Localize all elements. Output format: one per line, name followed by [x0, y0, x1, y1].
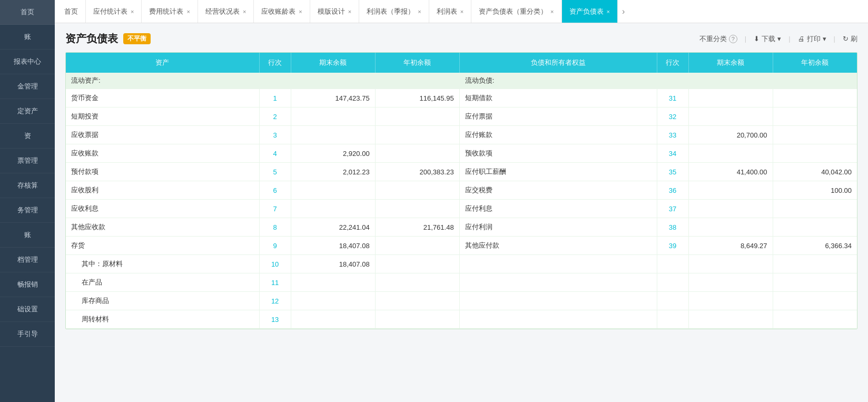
- right-end-balance: [688, 181, 773, 200]
- right-start-balance: [773, 292, 857, 310]
- tab-balance-reclassify[interactable]: 资产负债表（重分类） ×: [471, 0, 561, 23]
- tab-operations[interactable]: 经营状况表 ×: [198, 0, 254, 23]
- section-right-label: 流动负债:: [459, 73, 657, 89]
- close-tab-balance[interactable]: ×: [607, 8, 610, 15]
- left-end-balance: [291, 310, 375, 329]
- tab-profit-quarterly[interactable]: 利润表（季报） ×: [359, 0, 429, 23]
- right-label: 应付利润: [459, 218, 657, 237]
- right-label: 应付职工薪酬: [459, 163, 657, 181]
- sidebar-item-home[interactable]: 首页: [0, 0, 55, 25]
- sidebar-item-fixed-assets[interactable]: 定资产: [0, 99, 55, 124]
- right-start-balance: [773, 273, 857, 292]
- left-row-num: 10: [259, 255, 291, 273]
- left-label: 应收账款: [66, 144, 259, 163]
- right-end-balance: [688, 89, 773, 107]
- close-tab-operations[interactable]: ×: [243, 8, 246, 15]
- right-start-balance: [773, 255, 857, 273]
- page-actions: 不重分类 ? | ⬇ 下载 ▾ | 🖨 打印 ▾ | ↻ 刷: [699, 34, 857, 44]
- tab-template[interactable]: 模版设计 ×: [310, 0, 359, 23]
- right-label: 应付利息: [459, 200, 657, 218]
- balance-sheet-table-wrap: 资产 行次 期末余额 年初余额 负债和所有者权益 行次 期末余额 年初余额 流动…: [65, 52, 857, 329]
- right-row-num: 32: [657, 107, 688, 126]
- tab-home[interactable]: 首页: [57, 0, 86, 23]
- tab-balance[interactable]: 资产负债表 ×: [562, 0, 618, 23]
- left-start-balance: [375, 200, 459, 218]
- table-row: 其他应收款 8 22,241.04 21,761.48 应付利润 38: [66, 218, 857, 237]
- right-end-balance: [688, 255, 773, 273]
- sidebar-item-ledger[interactable]: 账: [0, 223, 55, 248]
- table-row: 周转材料 13: [66, 310, 857, 329]
- col-header-start-balance-right: 年初余额: [773, 53, 857, 73]
- table-row: 应收利息 7 应付利息 37: [66, 200, 857, 218]
- section-spacer-2: [291, 73, 375, 89]
- right-end-balance: [688, 107, 773, 126]
- col-header-asset: 资产: [66, 53, 259, 73]
- help-icon: ?: [729, 35, 737, 43]
- sidebar-item-capital[interactable]: 资: [0, 124, 55, 149]
- sidebar-item-guide[interactable]: 手引导: [0, 322, 55, 347]
- sidebar-item-settings[interactable]: 础设置: [0, 297, 55, 322]
- right-row-num: 34: [657, 144, 688, 163]
- sidebar-item-business[interactable]: 务管理: [0, 198, 55, 223]
- tab-profit[interactable]: 利润表 ×: [429, 0, 471, 23]
- sidebar-item-invoice[interactable]: 票管理: [0, 149, 55, 173]
- sidebar-item-archive[interactable]: 档管理: [0, 248, 55, 272]
- right-label: 应付账款: [459, 126, 657, 144]
- left-start-balance: [375, 107, 459, 126]
- left-label: 短期投资: [66, 107, 259, 126]
- left-label: 存货: [66, 237, 259, 255]
- page-title: 资产负债表: [65, 32, 118, 46]
- sidebar-item-fund-mgmt[interactable]: 金管理: [0, 74, 55, 99]
- table-row: 在产品 11: [66, 273, 857, 292]
- left-row-num: 6: [259, 181, 291, 200]
- col-header-row-num-right: 行次: [657, 53, 688, 73]
- right-row-num: [657, 255, 688, 273]
- sidebar: 首页 账 报表中心 金管理 定资产 资 票管理 存核算 务管理 账 档管理 畅报…: [0, 0, 55, 402]
- download-action[interactable]: ⬇ 下载 ▾: [754, 34, 781, 44]
- sidebar-item-expense[interactable]: 畅报销: [0, 272, 55, 297]
- left-label: 其中：原材料: [66, 255, 259, 273]
- refresh-icon: ↻: [843, 35, 849, 43]
- left-row-num: 11: [259, 273, 291, 292]
- left-label: 在产品: [66, 273, 259, 292]
- close-tab-template[interactable]: ×: [348, 8, 351, 15]
- close-tab-ar-aging[interactable]: ×: [299, 8, 302, 15]
- right-label: 短期借款: [459, 89, 657, 107]
- left-start-balance: [375, 273, 459, 292]
- print-icon: 🖨: [798, 35, 805, 43]
- tab-ap-stats[interactable]: 应付统计表 ×: [86, 0, 142, 23]
- classify-action[interactable]: 不重分类 ?: [699, 34, 737, 44]
- sidebar-item-account[interactable]: 账: [0, 25, 55, 50]
- close-tab-balance-reclassify[interactable]: ×: [550, 8, 554, 15]
- tab-ar-aging[interactable]: 应收账龄表 ×: [254, 0, 310, 23]
- right-label: 预收款项: [459, 144, 657, 163]
- classify-label: 不重分类: [699, 34, 727, 44]
- table-row: 短期投资 2 应付票据 32: [66, 107, 857, 126]
- left-start-balance: [375, 310, 459, 329]
- refresh-action[interactable]: ↻ 刷: [843, 34, 857, 44]
- print-action[interactable]: 🖨 打印 ▾: [798, 34, 826, 44]
- left-row-num: 5: [259, 163, 291, 181]
- left-label: 其他应收款: [66, 218, 259, 237]
- left-end-balance: [291, 200, 375, 218]
- right-label-empty: [459, 310, 657, 329]
- close-tab-profit[interactable]: ×: [460, 8, 463, 15]
- content-area: 资产负债表 不平衡 不重分类 ? | ⬇ 下载 ▾ | 🖨 打印 ▾: [55, 23, 868, 402]
- sidebar-item-report-center[interactable]: 报表中心: [0, 50, 55, 74]
- close-tab-expense[interactable]: ×: [186, 8, 190, 15]
- left-label: 应收票据: [66, 126, 259, 144]
- close-tab-ap-stats[interactable]: ×: [131, 8, 134, 15]
- right-start-balance: [773, 200, 857, 218]
- right-end-balance: [688, 292, 773, 310]
- tab-expense-stats[interactable]: 费用统计表 ×: [142, 0, 198, 23]
- tab-scroll-arrow[interactable]: ›: [618, 7, 629, 16]
- left-end-balance: [291, 126, 375, 144]
- page-header: 资产负债表 不平衡 不重分类 ? | ⬇ 下载 ▾ | 🖨 打印 ▾: [65, 32, 857, 46]
- right-row-num: 33: [657, 126, 688, 144]
- right-label: 应付票据: [459, 107, 657, 126]
- left-start-balance: 200,383.23: [375, 163, 459, 181]
- sidebar-item-inventory[interactable]: 存核算: [0, 173, 55, 198]
- status-badge: 不平衡: [123, 33, 151, 44]
- close-tab-profit-quarterly[interactable]: ×: [418, 8, 421, 15]
- download-chevron-icon: ▾: [777, 35, 781, 43]
